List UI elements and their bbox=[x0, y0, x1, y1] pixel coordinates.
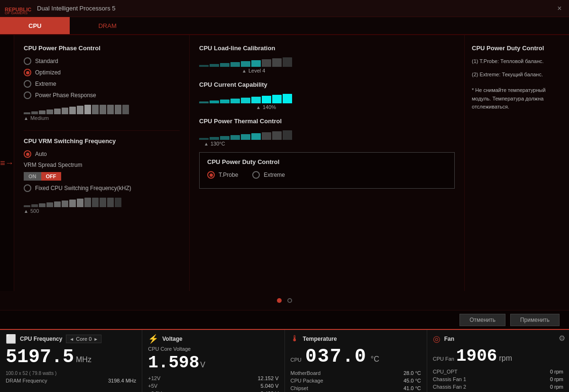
cpu-freq-title: CPU Frequency bbox=[20, 336, 62, 342]
option-auto[interactable]: Auto bbox=[24, 150, 180, 158]
left-panel: CPU Power Phase Control Standard Optimiz… bbox=[14, 35, 190, 291]
fan-icon: ◎ bbox=[433, 334, 441, 344]
dram-freq-label: DRAM Frequency bbox=[6, 378, 47, 383]
vrm-toggle: ON OFF bbox=[24, 172, 180, 181]
pkg-temp-label: CPU Package bbox=[291, 378, 323, 383]
right-panel-title: CPU Power Duty Control bbox=[472, 45, 562, 52]
current-cap-value: 140% bbox=[263, 104, 276, 110]
cpu-freq-sub: 100.0 x 52 ( 79.8 watts ) bbox=[6, 371, 136, 376]
page-dots bbox=[0, 291, 569, 310]
toggle-on-btn[interactable]: ON bbox=[24, 172, 41, 181]
tab-bar: CPU DRAM bbox=[0, 17, 569, 35]
temp-title: Temperature bbox=[303, 336, 337, 342]
sidebar-indicator[interactable]: ≡→ bbox=[0, 35, 14, 291]
page-dot-2[interactable] bbox=[287, 298, 292, 303]
right-line1: (1) T.Probe: Тепловой баланс. bbox=[472, 57, 562, 66]
dram-freq-value: 3198.4 MHz bbox=[108, 378, 136, 383]
voltage-title: Voltage bbox=[162, 336, 182, 342]
core-next-arrow[interactable]: ► bbox=[93, 337, 98, 342]
temp-icon: 🌡 bbox=[291, 334, 299, 344]
v5-label: +5V bbox=[148, 383, 157, 389]
cpu-core-voltage-unit: V bbox=[200, 361, 205, 369]
tab-dram[interactable]: DRAM bbox=[70, 17, 145, 34]
duty-tprobe-label: T.Probe bbox=[219, 172, 238, 178]
radio-optimized bbox=[24, 69, 31, 76]
middle-panel: CPU Load-line Calibration ▲ Level 4 CPU … bbox=[190, 35, 465, 291]
toggle-off-btn[interactable]: OFF bbox=[41, 172, 61, 181]
core-selector[interactable]: ◄ Core 0 ► bbox=[66, 335, 101, 343]
cpu-freq-header: ⬜ CPU Frequency ◄ Core 0 ► bbox=[6, 334, 136, 344]
main-content: ≡→ CPU Power Phase Control Standard Opti… bbox=[0, 35, 569, 291]
duty-option-extreme[interactable]: Extreme bbox=[252, 171, 285, 179]
chassis2-label: Chassis Fan 2 bbox=[433, 384, 466, 390]
cpu-freq-unit: MHz bbox=[76, 356, 92, 364]
option-fixed-freq[interactable]: Fixed CPU Switching Frequency(kHZ) bbox=[24, 184, 180, 192]
mb-temp-label: MotherBoard bbox=[291, 370, 321, 376]
radio-duty-extreme bbox=[252, 171, 260, 179]
sidebar-arrow-icon: ≡→ bbox=[0, 158, 14, 168]
option-extreme-label: Extreme bbox=[35, 81, 56, 87]
option-auto-label: Auto bbox=[35, 151, 47, 157]
right-panel-info: (1) T.Probe: Тепловой баланс. (2) Extrem… bbox=[472, 57, 562, 111]
option-fixed-label: Fixed CPU Switching Frequency(kHZ) bbox=[35, 185, 131, 191]
mb-temp-row: MotherBoard 28.0 °C bbox=[291, 370, 421, 376]
load-line-title: CPU Load-line Calibration bbox=[199, 45, 455, 52]
right-panel: CPU Power Duty Control (1) T.Probe: Тепл… bbox=[465, 35, 569, 291]
temp-panel: 🌡 Temperature CPU 037.0 °C MotherBoard 2… bbox=[285, 330, 427, 392]
duty-option-tprobe[interactable]: T.Probe bbox=[207, 171, 238, 179]
chassis1-value: 0 rpm bbox=[550, 376, 563, 382]
thermal-title: CPU Power Thermal Control bbox=[199, 118, 455, 125]
v5-row: +5V 5.040 V bbox=[148, 383, 278, 389]
radio-standard bbox=[24, 57, 31, 65]
cpu-temp-label: CPU bbox=[291, 357, 302, 363]
v12-value: 12.152 V bbox=[257, 375, 278, 381]
title-bar: REPUBLIC OF GAMERS Dual Intelligent Proc… bbox=[0, 0, 569, 17]
power-phase-slider-label: Medium bbox=[30, 115, 49, 121]
vrm-freq-slider[interactable]: ▲ 500 bbox=[24, 198, 180, 217]
cpu-opt-label: CPU_OPT bbox=[433, 369, 458, 374]
option-extreme[interactable]: Extreme bbox=[24, 80, 180, 88]
cpu-fan-value: 1906 bbox=[456, 348, 497, 365]
gear-icon[interactable]: ⚙ bbox=[559, 334, 565, 343]
core-prev-arrow[interactable]: ◄ bbox=[69, 337, 74, 342]
cpu-freq-icon: ⬜ bbox=[6, 334, 16, 344]
cancel-button[interactable]: Отменить bbox=[459, 314, 505, 326]
chassis1-label: Chassis Fan 1 bbox=[433, 376, 466, 382]
v12-row: +12V 12.152 V bbox=[148, 375, 278, 381]
right-line2: (2) Extreme: Текущий баланс. bbox=[472, 71, 562, 79]
duty-control-title: CPU Power Duty Control bbox=[207, 158, 447, 165]
voltage-panel: ⚡ Voltage CPU Core Voltage 1.598 V +12V … bbox=[142, 330, 284, 392]
power-phase-slider[interactable]: ▲ Medium bbox=[24, 105, 180, 124]
right-note: * Не снимайте температурный модуль. Темп… bbox=[472, 86, 562, 111]
cpu-opt-value: 0 rpm bbox=[550, 369, 563, 374]
voltage-icon: ⚡ bbox=[148, 334, 158, 344]
v12-label: +12V bbox=[148, 375, 160, 381]
cpu-core-voltage: 1.598 bbox=[148, 355, 199, 372]
tab-cpu[interactable]: CPU bbox=[0, 17, 70, 34]
page-dot-1[interactable] bbox=[277, 298, 282, 303]
duty-control-box: CPU Power Duty Control T.Probe Extreme bbox=[199, 152, 455, 189]
rog-logo: REPUBLIC OF GAMERS bbox=[5, 3, 33, 14]
cpu-fan-unit: rpm bbox=[499, 354, 512, 363]
option-power-phase-response[interactable]: Power Phase Response bbox=[24, 91, 180, 99]
close-button[interactable]: × bbox=[555, 4, 564, 13]
vrm-slider-label: 500 bbox=[30, 208, 39, 214]
option-optimized[interactable]: Optimized bbox=[24, 69, 180, 76]
option-standard[interactable]: Standard bbox=[24, 57, 180, 65]
cpu-temp-unit: °C bbox=[371, 355, 379, 364]
apply-button[interactable]: Применить bbox=[510, 314, 560, 326]
thermal-value: 130°C bbox=[211, 141, 225, 146]
radio-fixed bbox=[24, 184, 31, 192]
fan-header: ◎ Fan bbox=[433, 334, 563, 344]
core-label: Core 0 bbox=[76, 336, 92, 342]
option-optimized-label: Optimized bbox=[35, 69, 61, 76]
chassis2-value: 0 rpm bbox=[550, 384, 563, 390]
radio-auto bbox=[24, 150, 31, 158]
logo-area: REPUBLIC OF GAMERS Dual Intelligent Proc… bbox=[5, 3, 115, 14]
radio-tprobe bbox=[207, 171, 215, 179]
temp-header: 🌡 Temperature bbox=[291, 334, 421, 344]
option-ppr-label: Power Phase Response bbox=[35, 92, 96, 99]
vrm-freq-title: CPU VRM Switching Frequency bbox=[24, 137, 180, 145]
pkg-temp-value: 45.0 °C bbox=[404, 378, 421, 383]
duty-extreme-label: Extreme bbox=[264, 172, 285, 178]
